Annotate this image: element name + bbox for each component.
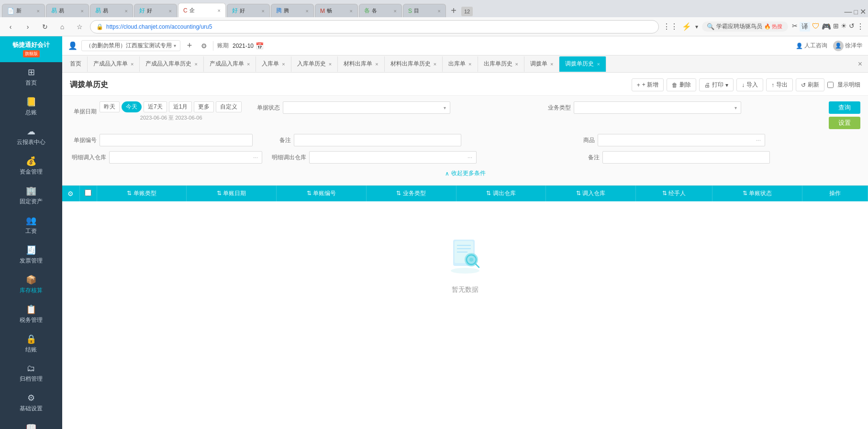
tab-material-out[interactable]: 材料出库单 × <box>338 56 384 72</box>
refresh-button[interactable]: ↻ <box>38 20 52 33</box>
tab-close[interactable]: × <box>125 8 128 14</box>
th-doc-date[interactable]: ⇅ 单账日期 <box>187 186 277 201</box>
browser-tab-5[interactable]: 好 好 × <box>227 4 270 17</box>
sidebar-logo[interactable]: 畅捷通好会计 旗舰版 <box>0 36 62 62</box>
bookmark-button[interactable]: ☆ <box>73 20 86 33</box>
date-btn-yesterday[interactable]: 昨天 <box>100 101 120 112</box>
tab-transfer[interactable]: 调拨单 × <box>524 56 559 72</box>
search-bar[interactable]: 🔍 学霸应聘场驱鸟员 🔥 热搜 <box>702 22 788 32</box>
add-company-btn[interactable]: + <box>184 41 195 51</box>
settings-btn[interactable]: ⚙ <box>199 41 209 51</box>
tab-close-btn[interactable]: × <box>375 61 378 67</box>
undo-icon[interactable]: ↺ <box>849 22 855 32</box>
doc-no-input[interactable] <box>100 134 253 146</box>
display-detail-toggle[interactable]: 显示明细 <box>827 81 860 89</box>
select-all-checkbox[interactable] <box>85 189 91 196</box>
goods-selector[interactable]: ··· <box>598 134 765 146</box>
th-handler[interactable]: ⇅ 经手人 <box>636 186 712 201</box>
export-btn[interactable]: ↑ 导出 <box>766 78 793 91</box>
sidebar-item-payroll[interactable]: 👥 工资 <box>0 210 62 240</box>
translate-icon[interactable]: 译 <box>800 22 810 32</box>
tab-close-btn[interactable]: × <box>550 61 553 67</box>
detail-out-selector[interactable]: ··· <box>309 151 477 164</box>
th-doc-no[interactable]: ⇅ 单账编号 <box>277 186 367 201</box>
browser-tab-1[interactable]: 📄 新 × <box>2 4 45 17</box>
tab-close[interactable]: × <box>37 8 40 14</box>
forward-button[interactable]: › <box>21 20 34 33</box>
browser-tab-active[interactable]: C 企 × <box>178 3 226 17</box>
tab-close-btn[interactable]: × <box>434 61 436 67</box>
import-btn[interactable]: ↓ 导入 <box>736 78 763 91</box>
new-btn[interactable]: + + 新增 <box>632 78 664 91</box>
th-out-warehouse[interactable]: ⇅ 调出仓库 <box>456 186 546 201</box>
tab-close-btn[interactable]: × <box>597 61 600 67</box>
browser-tab-9[interactable]: S 目 × <box>403 4 446 17</box>
shield-icon[interactable]: 🛡 <box>812 22 820 32</box>
print-btn[interactable]: 🖨 打印 ▾ <box>699 78 734 91</box>
detail-in-selector[interactable]: ··· <box>109 151 262 164</box>
close-btn[interactable]: ✕ <box>860 7 866 16</box>
status-select[interactable]: ▾ <box>283 101 450 114</box>
more-icon[interactable]: ⋮ <box>857 22 864 32</box>
tab-product-in2[interactable]: 产成品入库单 × <box>204 56 256 72</box>
sun-icon[interactable]: ☀ <box>841 22 847 32</box>
scissors-icon[interactable]: ✂ <box>792 22 798 32</box>
browser-menu-button[interactable]: ⋮⋮ <box>663 22 678 31</box>
sidebar-item-tax[interactable]: 📋 税务管理 <box>0 299 62 329</box>
browser-tab-8[interactable]: 各 各 × <box>359 4 402 17</box>
sidebar-item-guide[interactable]: 📖 新手引导 <box>0 418 62 429</box>
tab-close[interactable]: × <box>306 8 309 14</box>
browser-tab-2[interactable]: 易 易 × <box>46 4 89 17</box>
maximize-btn[interactable]: □ <box>854 8 858 16</box>
tab-close-btn[interactable]: × <box>329 61 332 67</box>
browser-tab-4[interactable]: 好 好 × <box>134 4 177 17</box>
th-status[interactable]: ⇅ 单账状态 <box>712 186 802 201</box>
tab-in[interactable]: 入库单 × <box>256 56 291 72</box>
sidebar-item-inventory[interactable]: 📦 库存核算 <box>0 270 62 299</box>
tab-close-btn[interactable]: × <box>194 61 197 67</box>
search-btn[interactable]: 查询 <box>829 101 860 114</box>
browser-tab-3[interactable]: 易 易 × <box>90 4 133 17</box>
tab-close[interactable]: × <box>218 8 221 13</box>
tab-close[interactable]: × <box>350 8 353 14</box>
tab-close[interactable]: × <box>394 8 397 14</box>
date-btn-1month[interactable]: 近1月 <box>169 101 192 112</box>
tab-close[interactable]: × <box>169 8 172 14</box>
tab-close-btn[interactable]: × <box>131 61 134 67</box>
refresh-btn[interactable]: ↺ 刷新 <box>796 78 824 91</box>
th-settings[interactable]: ⚙ <box>62 186 79 201</box>
sidebar-item-report[interactable]: ☁ 云报表中心 <box>0 121 62 151</box>
delete-btn[interactable]: 🗑 删除 <box>667 78 696 91</box>
display-checkbox[interactable] <box>827 82 834 88</box>
th-business-type[interactable]: ⇅ 业务类型 <box>366 186 456 201</box>
settings-table-icon[interactable]: ⚙ <box>67 190 74 198</box>
sidebar-item-asset[interactable]: 🏢 固定资产 <box>0 181 62 210</box>
period-selector[interactable]: 2021-10 📅 <box>233 42 264 50</box>
date-btn-7days[interactable]: 近7天 <box>144 101 167 112</box>
business-type-select[interactable]: ▾ <box>574 101 741 114</box>
tab-home[interactable]: 首页 <box>64 56 88 72</box>
back-button[interactable]: ‹ <box>4 20 17 33</box>
tab-in-history[interactable]: 入库单历史 × <box>291 56 338 72</box>
tab-out[interactable]: 出库单 × <box>443 56 478 72</box>
sidebar-item-ledger[interactable]: 📒 总账 <box>0 92 62 121</box>
sidebar-item-invoice[interactable]: 🧾 发票管理 <box>0 240 62 270</box>
grid-icon[interactable]: ⊞ <box>833 22 839 32</box>
date-btn-today[interactable]: 今天 <box>122 101 142 112</box>
sidebar-item-fund[interactable]: 💰 资金管理 <box>0 151 62 181</box>
date-btn-custom[interactable]: 自定义 <box>216 101 242 112</box>
th-checkbox[interactable] <box>79 186 97 201</box>
new-tab-button[interactable]: + <box>447 4 460 17</box>
support-btn[interactable]: 👤 人工咨询 <box>796 42 827 50</box>
tab-product-in[interactable]: 产成品入库单 × <box>88 56 140 72</box>
tab-close-btn[interactable]: × <box>468 61 471 67</box>
tab-bar-close-btn[interactable]: × <box>854 60 866 68</box>
browser-tab-7[interactable]: M 畅 × <box>315 4 358 17</box>
th-in-warehouse[interactable]: ⇅ 调入仓库 <box>546 186 636 201</box>
sidebar-item-home[interactable]: ⊞ 首页 <box>0 62 62 92</box>
home-button[interactable]: ⌂ <box>56 20 69 33</box>
user-profile-btn[interactable]: 👤 徐泽华 <box>833 41 862 51</box>
address-bar[interactable]: 🔒 https://cloud.chanjet.com/accounting/u… <box>90 20 659 33</box>
tab-product-in-history[interactable]: 产成品入库单历史 × <box>140 56 203 72</box>
tab-close-btn[interactable]: × <box>282 61 285 67</box>
